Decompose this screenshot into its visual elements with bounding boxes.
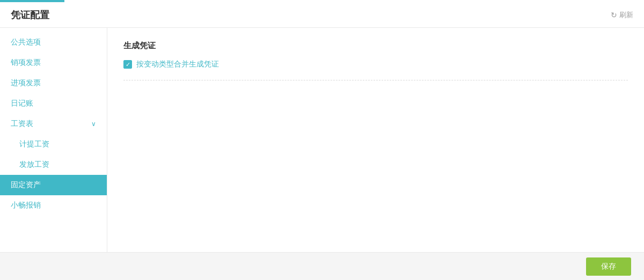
sidebar-label-fixed-assets: 固定资产 [11, 180, 41, 190]
section-title: 生成凭证 [123, 41, 628, 51]
checkbox-row: ✓ 按变动类型合并生成凭证 [123, 60, 628, 69]
sidebar: 公共选项销项发票进项发票日记账工资表∨计提工资发放工资固定资产小畅报销 [0, 28, 107, 252]
sidebar-item-purchase-invoice[interactable]: 进项发票 [0, 73, 107, 93]
page-wrapper: 凭证配置 ↻ 刷新 公共选项销项发票进项发票日记账工资表∨计提工资发放工资固定资… [0, 0, 644, 280]
sidebar-label-pay-salary: 发放工资 [19, 160, 49, 170]
content-area: 生成凭证 ✓ 按变动类型合并生成凭证 [107, 28, 644, 252]
save-button[interactable]: 保存 [586, 257, 631, 276]
sidebar-label-payroll-table: 工资表 [11, 119, 33, 129]
sidebar-item-journal[interactable]: 日记账 [0, 93, 107, 114]
merge-checkbox[interactable]: ✓ [123, 60, 132, 69]
sidebar-label-public-options: 公共选项 [11, 38, 41, 47]
page-header: 凭证配置 ↻ 刷新 [0, 2, 644, 28]
chevron-down-icon: ∨ [91, 120, 96, 128]
sidebar-label-purchase-invoice: 进项发票 [11, 78, 41, 88]
sidebar-label-sales-invoice: 销项发票 [11, 58, 41, 68]
refresh-label: 刷新 [619, 10, 633, 20]
checkmark-icon: ✓ [126, 62, 130, 68]
sidebar-item-payroll-table[interactable]: 工资表∨ [0, 114, 107, 134]
sidebar-label-expense-report: 小畅报销 [11, 201, 41, 210]
page-footer: 保存 [0, 252, 644, 280]
sidebar-item-expense-report[interactable]: 小畅报销 [0, 195, 107, 216]
section-divider [123, 80, 628, 80]
sidebar-label-journal: 日记账 [11, 99, 33, 108]
refresh-icon: ↻ [611, 11, 617, 19]
sidebar-item-pay-salary[interactable]: 发放工资 [0, 154, 107, 175]
sidebar-label-calc-salary: 计提工资 [19, 139, 49, 149]
page-title: 凭证配置 [11, 9, 49, 21]
checkbox-label: 按变动类型合并生成凭证 [136, 60, 219, 69]
main-layout: 公共选项销项发票进项发票日记账工资表∨计提工资发放工资固定资产小畅报销 生成凭证… [0, 28, 644, 252]
refresh-button[interactable]: ↻ 刷新 [611, 10, 633, 20]
sidebar-item-fixed-assets[interactable]: 固定资产 [0, 175, 107, 195]
sidebar-item-sales-invoice[interactable]: 销项发票 [0, 53, 107, 73]
sidebar-item-calc-salary[interactable]: 计提工资 [0, 134, 107, 154]
sidebar-item-public-options[interactable]: 公共选项 [0, 32, 107, 53]
